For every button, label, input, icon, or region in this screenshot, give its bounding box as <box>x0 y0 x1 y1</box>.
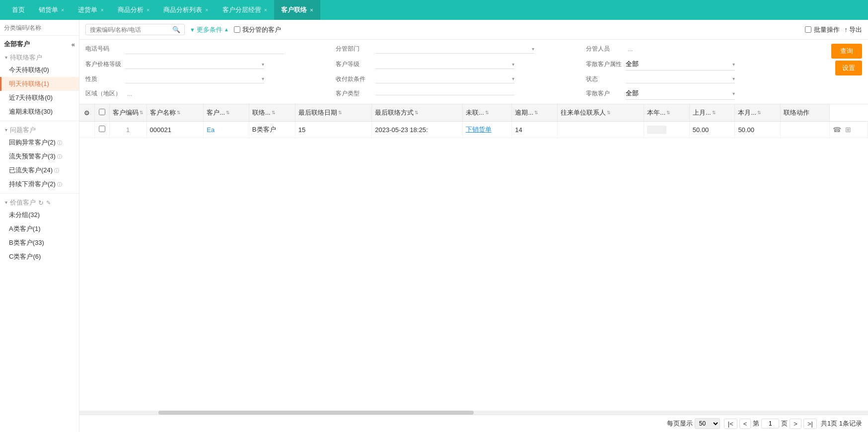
payment-select[interactable]: ▾ <box>375 74 514 83</box>
price-tier-field: 客户价格等级 ▾ <box>85 60 326 69</box>
row-checkbox[interactable] <box>99 126 105 132</box>
nav-customer-contact[interactable]: 客户联络 × <box>274 0 320 20</box>
action-grid-icon[interactable]: ⊞ <box>845 126 851 134</box>
close-customer-contact-icon[interactable]: × <box>310 7 313 13</box>
triangle-icon: ▼ <box>4 55 8 60</box>
dept-select[interactable]: ▾ <box>375 45 534 54</box>
filter-search-input[interactable] <box>90 26 172 33</box>
export-label: 导出 <box>849 25 862 34</box>
nature-field: 性质 ▾ <box>85 74 326 83</box>
sidebar-item-type-a[interactable]: A类客户(1) <box>0 222 79 236</box>
sort-this-month-icon[interactable]: ⇅ <box>757 110 761 115</box>
sort-last-method-icon[interactable]: ⇅ <box>415 110 419 115</box>
info-icon-4: ⓘ <box>57 182 62 187</box>
sort-type-icon[interactable]: ⇅ <box>226 110 230 115</box>
customer-tier-field: 客户等级 ▾ <box>336 60 576 69</box>
close-product-analysis-icon[interactable]: × <box>146 7 149 13</box>
customer-tier-select[interactable]: ▾ <box>375 60 514 69</box>
customer-type-field: 客户类型 <box>336 89 576 98</box>
more-conditions-btn[interactable]: ▼ 更多条件 ▲ <box>190 25 229 34</box>
sidebar-item-repurchase-anomaly[interactable]: 回购异常客户(2) ⓘ <box>0 136 79 149</box>
customer-type-select[interactable] <box>375 92 514 95</box>
sort-this-year-icon[interactable]: ⇅ <box>666 110 670 115</box>
row-contact-count: 15 <box>295 122 372 138</box>
query-btn[interactable]: 查询 <box>831 44 862 59</box>
refresh-icon[interactable]: ↻ <box>38 199 44 207</box>
first-page-btn[interactable]: |< <box>724 419 737 429</box>
last-page-btn[interactable]: >| <box>803 419 817 429</box>
sort-last-month-icon[interactable]: ⇅ <box>712 110 716 115</box>
sidebar-item-unclassified[interactable]: 未分组(32) <box>0 208 79 222</box>
sidebar-item-tomorrow-pending[interactable]: 明天待联络(1) <box>0 77 79 91</box>
edit-icon[interactable]: ✎ <box>46 200 51 206</box>
sidebar-item-overdue-contact[interactable]: 逾期未联络(30) <box>0 105 79 119</box>
sort-code-icon[interactable]: ⇅ <box>140 110 144 115</box>
status-select[interactable]: ▾ <box>626 74 735 83</box>
th-last-contact-method: 最后联络方式 ⇅ <box>372 104 463 122</box>
my-customers-checkbox[interactable] <box>234 26 240 33</box>
sidebar-item-type-c[interactable]: C类客户(6) <box>0 250 79 264</box>
horizontal-scrollbar[interactable] <box>79 411 868 415</box>
settings-btn[interactable]: 设置 <box>835 61 862 75</box>
manager-dots[interactable]: ... <box>626 46 635 53</box>
sort-unlinked-icon[interactable]: ⇅ <box>485 110 489 115</box>
action-phone-icon[interactable]: ☎ <box>833 126 841 134</box>
nav-customer-tier[interactable]: 客户分层经营 × <box>216 0 274 20</box>
collapse-icon[interactable]: « <box>72 41 75 48</box>
row-last-contact-method[interactable]: 下销货单 <box>462 122 511 138</box>
scrollbar-thumb[interactable] <box>158 411 474 415</box>
main-layout: 🔍 全部客户 « ▼ 待联络客户 今天待联络(0) 明天待联络(1) 近7天待联… <box>0 20 868 432</box>
close-product-analysis-list-icon[interactable]: × <box>205 7 208 13</box>
page-size-dropdown[interactable]: 50 100 <box>695 418 720 429</box>
region-dots[interactable]: ... <box>125 90 134 97</box>
nav-sales[interactable]: 销货单 × <box>32 0 71 20</box>
row-num: 1 <box>109 122 146 138</box>
sidebar-item-churn-warning[interactable]: 流失预警客户(3) ⓘ <box>0 149 79 163</box>
sort-unit-contact-icon[interactable]: ⇅ <box>607 110 611 115</box>
filter-search-icon[interactable]: 🔍 <box>172 26 180 33</box>
sort-contact-icon[interactable]: ⇅ <box>272 110 276 115</box>
select-all-checkbox[interactable] <box>99 109 105 115</box>
page-input[interactable] <box>761 419 779 429</box>
phone-input[interactable] <box>125 44 284 54</box>
settings-gear-icon[interactable]: ⚙ <box>84 109 90 117</box>
next-page-btn[interactable]: > <box>790 419 801 429</box>
bulk-ops-checkbox[interactable] <box>805 26 811 33</box>
retail-attr-select[interactable]: 全部 ▾ <box>626 58 735 71</box>
price-tier-select[interactable]: ▾ <box>125 60 264 69</box>
filter-actions: 批量操作 ↑ 导出 <box>805 25 863 34</box>
info-icon-3: ⓘ <box>54 168 59 173</box>
filter-bar: 🔍 ▼ 更多条件 ▲ 我分管的客户 批量操作 ↑ 导出 <box>79 20 868 40</box>
row-name[interactable]: Ea <box>204 122 249 138</box>
th-this-year: 本年... ⇅ <box>644 104 690 122</box>
prev-page-btn[interactable]: < <box>739 419 751 429</box>
nav-home[interactable]: 首页 <box>5 0 32 20</box>
retail-customer-select[interactable]: 全部 ▾ <box>626 87 735 100</box>
sidebar-item-churned[interactable]: 已流失客户(24) ⓘ <box>0 163 79 177</box>
nav-product-analysis-list[interactable]: 商品分析列表 × <box>156 0 215 20</box>
bulk-ops-btn[interactable]: 批量操作 <box>805 25 840 34</box>
nature-select[interactable]: ▾ <box>125 74 264 83</box>
sort-last-date-icon[interactable]: ⇅ <box>338 110 342 115</box>
all-customers-section[interactable]: 全部客户 « <box>0 36 79 51</box>
dept-field: 分管部门 ▾ <box>336 45 576 54</box>
status-field: 状态 ▾ <box>586 74 826 83</box>
row-type: B类客户 <box>249 122 295 138</box>
sidebar-item-today-pending[interactable]: 今天待联络(0) <box>0 63 79 77</box>
bulk-ops-label: 批量操作 <box>814 25 840 34</box>
group-pending-contact: ▼ 待联络客户 <box>0 51 79 63</box>
close-sales-icon[interactable]: × <box>61 7 64 13</box>
sort-overdue-icon[interactable]: ⇅ <box>534 110 538 115</box>
my-customers-checkbox-label[interactable]: 我分管的客户 <box>234 25 281 34</box>
sidebar-item-declining[interactable]: 持续下滑客户(2) ⓘ <box>0 177 79 191</box>
close-customer-tier-icon[interactable]: × <box>264 7 267 13</box>
sidebar-item-7days-pending[interactable]: 近7天待联络(0) <box>0 91 79 105</box>
sidebar-search-input[interactable] <box>4 24 78 31</box>
nav-product-analysis[interactable]: 商品分析 × <box>111 0 156 20</box>
close-purchase-icon[interactable]: × <box>100 7 103 13</box>
sidebar-item-type-b[interactable]: B类客户(33) <box>0 236 79 250</box>
sort-name-icon[interactable]: ⇅ <box>177 110 181 115</box>
region-label: 区域（地区） <box>85 89 125 98</box>
export-btn[interactable]: ↑ 导出 <box>845 25 863 34</box>
nav-purchase[interactable]: 进货单 × <box>71 0 110 20</box>
